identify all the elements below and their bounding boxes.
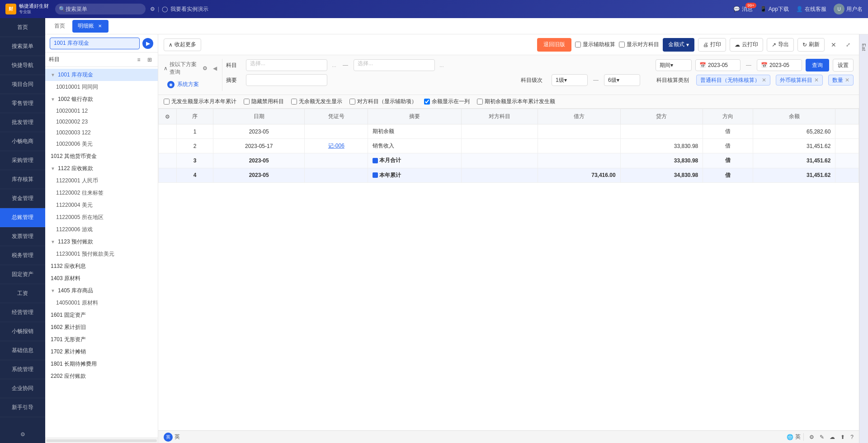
right-tab-text[interactable]: Eat xyxy=(861,43,867,51)
year-begin-balance-opt[interactable]: 期初余额显示本年累计发生额 xyxy=(477,98,555,105)
toolbar-expand-icon[interactable]: ⊞ xyxy=(145,55,154,64)
tree-item-1801[interactable]: 1801 长期待摊费用 xyxy=(45,358,158,370)
tag-close-qty[interactable]: ✕ xyxy=(845,77,849,83)
settings-bottom-btn[interactable]: ⚙ xyxy=(809,434,814,440)
sidebar-item-system[interactable]: 系统管理 xyxy=(0,360,45,379)
cloud-upload-btn[interactable]: ⬆ xyxy=(840,434,845,440)
sidebar-item-business[interactable]: 经营管理 xyxy=(0,303,45,322)
no-balance-show-checkbox[interactable] xyxy=(291,99,297,105)
accounts-selected-display[interactable]: 1001 库存现金 xyxy=(50,38,140,49)
hide-disabled-checkbox[interactable] xyxy=(244,99,250,105)
tree-item-1122[interactable]: ▼ 1122 应收账款 xyxy=(45,162,158,175)
period-start-date[interactable]: 📅 2023-05 xyxy=(695,59,741,71)
online-service-btn[interactable]: 👤 在线客服 xyxy=(796,5,826,13)
opposite-subject-opt[interactable]: 对方科目（显示辅助项） xyxy=(349,98,417,105)
period-end-date[interactable]: 📅 2023-05 xyxy=(757,59,802,71)
sidebar-item-purchase[interactable]: 采购管理 xyxy=(0,151,45,170)
sidebar-item-fixed-assets[interactable]: 固定资产 xyxy=(0,265,45,284)
help-btn[interactable]: ? xyxy=(850,434,854,440)
sidebar-item-quick-nav[interactable]: 快捷导航 xyxy=(0,56,45,75)
toolbar-list-icon[interactable]: ≡ xyxy=(134,55,143,64)
user-avatar-btn[interactable]: U 用户名 xyxy=(834,4,863,14)
export-btn[interactable]: ↗ 导出 xyxy=(767,38,794,52)
sidebar-item-payroll[interactable]: 工资 xyxy=(0,284,45,303)
tree-item-1405[interactable]: ▼ 1405 库存商品 xyxy=(45,285,158,297)
message-btn[interactable]: 💬 消息 99+ xyxy=(733,5,753,13)
tag-close-normal[interactable]: ✕ xyxy=(762,77,766,83)
tab-home[interactable]: 首页 xyxy=(49,20,71,33)
sidebar-item-search-menu[interactable]: 搜索菜单 xyxy=(0,37,45,56)
opposite-subject-checkbox[interactable] xyxy=(349,99,355,105)
refresh-btn[interactable]: ↻ 刷新 xyxy=(797,38,825,52)
tree-item-1702[interactable]: 1702 累计摊销 xyxy=(45,346,158,358)
expand-filter-btn[interactable]: ∧ 收起更多 xyxy=(164,38,201,51)
filter-scheme-toggle[interactable]: ∧ 按以下方案查询 ⚙ ◀ xyxy=(164,59,218,78)
sidebar-item-home[interactable]: 首页 xyxy=(0,18,45,37)
subject-filter-input[interactable]: 选择... xyxy=(246,59,327,71)
level-end-select[interactable]: 6级▾ xyxy=(604,74,640,86)
gear-icon[interactable]: ⚙ xyxy=(150,6,155,12)
sidebar-item-enterprise[interactable]: 企业协同 xyxy=(0,379,45,398)
no-balance-checkbox[interactable] xyxy=(164,99,170,105)
return-old-version-btn[interactable]: 退回旧版 xyxy=(537,38,571,52)
lang-switch-btn[interactable]: 🌐 英 xyxy=(784,433,804,441)
tree-item-10020001[interactable]: 10020001 12 xyxy=(45,105,158,116)
period-type-select[interactable]: 期间▾ xyxy=(656,59,692,71)
subject-filter-input2[interactable]: 选择... xyxy=(354,59,435,71)
cloud-print-btn[interactable]: ☁ 云打印 xyxy=(730,38,763,52)
show-opposite-input[interactable] xyxy=(619,42,625,48)
show-opposite-checkbox[interactable]: 显示对方科目 xyxy=(619,41,659,48)
sidebar-item-wholesale[interactable]: 批发管理 xyxy=(0,113,45,132)
tree-item-11220004[interactable]: 11220004 美元 xyxy=(45,199,158,211)
sidebar-item-tax[interactable]: 税务管理 xyxy=(0,246,45,265)
settings-btn-filter[interactable]: 设置 xyxy=(833,59,854,71)
accounts-scrollbar[interactable] xyxy=(45,438,158,443)
tree-item-1403[interactable]: 1403 原材料 xyxy=(45,272,158,285)
tree-item-1002[interactable]: ▼ 1002 银行存款 xyxy=(45,93,158,105)
tree-item-1602[interactable]: 1602 累计折旧 xyxy=(45,321,158,333)
tree-item-11220006[interactable]: 11220006 游戏 xyxy=(45,224,158,236)
tree-item-10020002[interactable]: 10020002 23 xyxy=(45,116,158,127)
no-balance-show-opt[interactable]: 无余额无发生显示 xyxy=(291,98,342,105)
edit-bottom-btn[interactable]: ✎ xyxy=(820,434,824,440)
tree-item-1701[interactable]: 1701 无形资产 xyxy=(45,333,158,346)
sidebar-item-inventory[interactable]: 库存核算 xyxy=(0,170,45,189)
tree-item-10020003[interactable]: 10020003 122 xyxy=(45,127,158,138)
accounts-nav-arrow[interactable]: ▶ xyxy=(142,38,153,49)
hide-disabled-opt[interactable]: 隐藏禁用科目 xyxy=(244,98,284,105)
tree-item-11230001[interactable]: 11230001 预付账款美元 xyxy=(45,248,158,260)
amount-style-btn[interactable]: 金额式 ▾ xyxy=(663,38,694,52)
category-tag-foreign[interactable]: 外币核算科目 ✕ xyxy=(776,75,823,86)
sidebar-item-project-contract[interactable]: 项目合同 xyxy=(0,75,45,94)
show-aux-calc-input[interactable] xyxy=(575,42,581,48)
translate-btn[interactable]: 英 英 xyxy=(164,433,180,442)
filter-collapse-icon[interactable]: ◀ xyxy=(212,62,218,75)
tree-item-11220001[interactable]: 11220001 人民币 xyxy=(45,175,158,187)
level-start-select[interactable]: 1级▾ xyxy=(552,74,588,86)
filter-settings-icon[interactable]: ⚙ xyxy=(200,62,210,75)
cloud-sync-btn[interactable]: ☁ xyxy=(830,434,835,440)
tree-item-14050001[interactable]: 14050001 原材料 xyxy=(45,297,158,309)
print-btn[interactable]: 🖨 打印 xyxy=(698,38,726,52)
year-begin-checkbox[interactable] xyxy=(477,99,483,105)
sidebar-item-basic-info[interactable]: 基础信息 xyxy=(0,341,45,360)
app-download-btn[interactable]: 📱 App下载 xyxy=(760,5,789,13)
tree-item-2202[interactable]: 2202 应付账款 xyxy=(45,370,158,382)
balance-one-col-opt[interactable]: 余额显示在一列 xyxy=(424,98,470,105)
maximize-panel-btn[interactable]: ⤢ xyxy=(843,39,854,50)
tree-item-1001[interactable]: ▼ 1001 库存现金 xyxy=(45,69,158,81)
sidebar-item-capital[interactable]: 资金管理 xyxy=(0,189,45,208)
category-tag-qty[interactable]: 数量 ✕ xyxy=(828,75,854,86)
tab-close-icon[interactable]: ✕ xyxy=(97,23,103,29)
sidebar-item-invoice[interactable]: 发票管理 xyxy=(0,227,45,246)
summary-filter-input[interactable] xyxy=(246,74,327,86)
tag-close-foreign[interactable]: ✕ xyxy=(814,77,819,83)
category-tag-normal[interactable]: 普通科目（无特殊核算） ✕ xyxy=(696,75,770,86)
sidebar-item-retail[interactable]: 零售管理 xyxy=(0,94,45,113)
close-panel-btn[interactable]: ✕ xyxy=(828,39,839,50)
query-btn[interactable]: 查询 xyxy=(806,59,829,71)
no-balance-opt[interactable]: 无发生额显示本月本年累计 xyxy=(164,98,236,105)
voucher-link-2[interactable]: 记-006 xyxy=(328,143,344,149)
tree-item-11220002[interactable]: 11220002 往来标签 xyxy=(45,187,158,199)
right-panel-tab[interactable]: Eat xyxy=(859,34,868,443)
